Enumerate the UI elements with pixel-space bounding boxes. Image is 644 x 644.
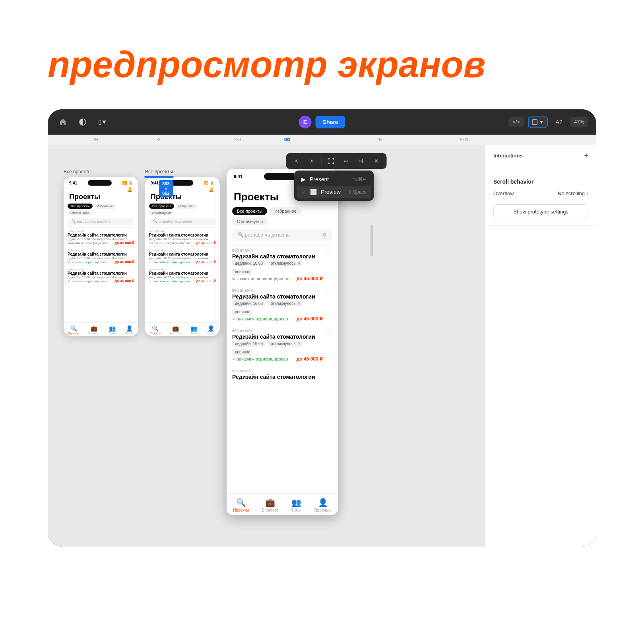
scroll-behavior-title: Scroll behavior — [493, 178, 588, 185]
scrollbar[interactable] — [370, 225, 373, 256]
check-icon: ✓ — [301, 189, 306, 195]
phone-preview[interactable]: 9:41 📶 🔋 🔔 Проекты Все проекты Избранное… — [227, 169, 338, 515]
present-icon: ▶ — [301, 176, 306, 182]
close-preview-icon[interactable]: ✕ — [371, 155, 382, 167]
preview-icon: ⬜ — [310, 189, 317, 195]
preview-button[interactable]: ▼ — [528, 116, 548, 128]
toolbar: ▯▼ E Share </> ▼ A? 47% — [48, 109, 596, 135]
present-label: Present — [310, 176, 329, 182]
ruler: -250 0 250 393 750 1000 — [48, 135, 596, 145]
preview-label: Preview — [321, 189, 341, 195]
share-preview-icon[interactable] — [356, 155, 367, 167]
canvas: ▶ Present ⌥⌘↩ ✓ ⬜ Preview ⇧ Space Все пр… — [48, 145, 485, 547]
phone1-label: Все проекты — [64, 169, 91, 175]
code-button[interactable]: </> — [508, 117, 524, 127]
undo-icon[interactable]: ↩ — [341, 155, 352, 167]
svg-rect-1 — [532, 120, 537, 124]
right-sidebar: Interactions + Scroll behavior Overflow … — [485, 145, 596, 547]
dimension-label: 393 × 852 — [159, 180, 173, 197]
preview-shortcut: ⇧ Space — [348, 189, 367, 195]
scroll-behavior-section: Scroll behavior Overflow No scrolling ▾ … — [485, 172, 596, 226]
interactions-label: Interactions — [493, 153, 523, 159]
overflow-label: Overflow — [493, 190, 514, 196]
chevron-left-icon[interactable]: < — [291, 155, 302, 167]
phone2[interactable]: 9:41 📶 🔋 🔔 Проекты Все проекты Избранное… — [145, 177, 220, 336]
page-title: предпросмотр экранов — [48, 44, 596, 85]
device-frame: ▯▼ E Share </> ▼ A? 47% -250 0 250 3 — [48, 109, 596, 547]
dropdown-menu[interactable]: ▶ Present ⌥⌘↩ ✓ ⬜ Preview ⇧ Space — [294, 171, 374, 201]
dropdown-item-preview[interactable]: ✓ ⬜ Preview ⇧ Space — [297, 186, 371, 198]
home-icon[interactable] — [56, 115, 70, 129]
share-button[interactable]: Share — [316, 116, 345, 128]
preview-toolbar: < > ↩ ✕ — [286, 153, 387, 169]
phone1[interactable]: 9:41 📶 🔋 🔔 Проекты Все проекты Избранное… — [64, 177, 138, 336]
phone2-label: Все проекты — [145, 169, 173, 175]
font-icon[interactable]: A? — [552, 115, 566, 129]
chevron-right-icon[interactable]: > — [306, 155, 317, 167]
add-interaction-button[interactable]: + — [584, 151, 588, 160]
theme-toggle-icon[interactable] — [76, 115, 90, 129]
show-prototype-settings-button[interactable]: Show prototype settings — [493, 204, 588, 219]
fullscreen-icon[interactable] — [326, 155, 337, 167]
dropdown-arrow-icon: ▾ — [586, 191, 588, 196]
interactions-section: Interactions + — [485, 145, 596, 172]
overflow-value[interactable]: No scrolling ▾ — [558, 190, 588, 196]
frame-icon[interactable]: ▯▼ — [95, 115, 110, 129]
user-avatar[interactable]: E — [299, 116, 312, 128]
dropdown-item-present[interactable]: ▶ Present ⌥⌘↩ — [297, 173, 371, 186]
present-shortcut: ⌥⌘↩ — [352, 177, 367, 182]
zoom-control[interactable]: 47% — [570, 117, 588, 127]
